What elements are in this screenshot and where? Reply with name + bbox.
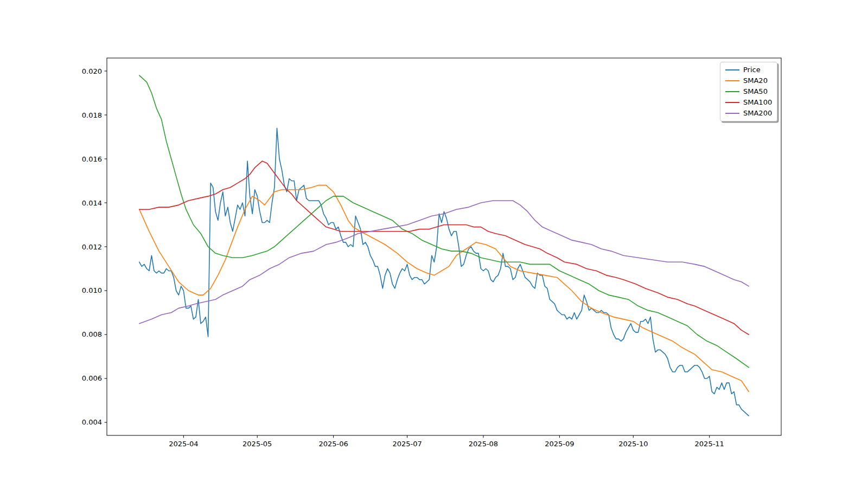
x-tick-label: 2025-07: [392, 440, 422, 448]
y-tick-label: 0.008: [82, 330, 102, 338]
legend-entry-sma50: SMA50: [725, 87, 772, 96]
price-line-swatch: [725, 69, 739, 70]
x-tick-label: 2025-05: [242, 440, 272, 448]
legend-entry-sma200: SMA200: [725, 109, 772, 118]
sma100-line-swatch: [725, 102, 739, 103]
y-tick-label: 0.004: [82, 418, 102, 426]
figure: 2025-042025-052025-062025-072025-082025-…: [0, 0, 868, 488]
y-tick-label: 0.006: [82, 374, 102, 382]
y-tick-label: 0.012: [82, 243, 102, 251]
series-line-sma200: [139, 201, 749, 324]
sma200-line-swatch: [725, 113, 739, 114]
sma50-line-swatch: [725, 91, 739, 92]
y-tick-label: 0.016: [82, 155, 102, 163]
legend-entry-sma20: SMA20: [725, 76, 772, 85]
y-tick-label: 0.014: [82, 199, 102, 207]
legend-entry-sma100: SMA100: [725, 98, 772, 107]
x-tick-label: 2025-11: [695, 440, 724, 448]
series-line-sma20: [139, 185, 749, 392]
chart-legend: Price SMA20 SMA50 SMA100 SMA200: [720, 62, 777, 121]
series-line-price: [139, 128, 749, 416]
legend-label: SMA20: [743, 76, 768, 85]
legend-label: SMA50: [743, 87, 768, 96]
series-line-sma100: [139, 161, 749, 335]
y-tick-label: 0.018: [82, 111, 102, 119]
y-tick-label: 0.020: [82, 67, 102, 75]
sma20-line-swatch: [725, 80, 739, 81]
x-tick-label: 2025-06: [318, 440, 348, 448]
x-tick-label: 2025-04: [169, 440, 198, 448]
x-tick-label: 2025-10: [618, 440, 648, 448]
legend-label: SMA200: [743, 109, 772, 118]
series-line-sma50: [139, 75, 749, 368]
legend-label: Price: [743, 66, 761, 74]
legend-entry-price: Price: [725, 66, 772, 74]
x-tick-label: 2025-08: [469, 440, 498, 448]
legend-label: SMA100: [743, 98, 772, 107]
x-tick-label: 2025-09: [545, 440, 574, 448]
y-tick-label: 0.010: [82, 286, 102, 294]
